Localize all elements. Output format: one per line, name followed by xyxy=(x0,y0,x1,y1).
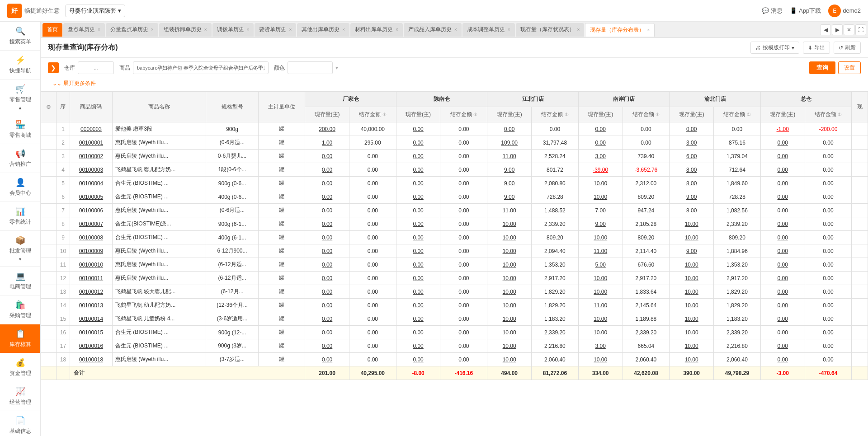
app-download-btn[interactable]: 📱 App下载 xyxy=(790,7,821,15)
tabs-close-btn[interactable]: ✕ xyxy=(844,24,854,35)
row-extra xyxy=(852,177,868,190)
tab-order[interactable]: 要货单历史 × xyxy=(255,23,296,37)
sidebar-item-wholesale[interactable]: 📦 批发管理 ▾ xyxy=(0,231,40,267)
row-settings xyxy=(41,231,57,244)
tab-inventory-dist[interactable]: 现存量（库存分布表） × xyxy=(585,23,655,37)
sidebar-item-operations[interactable]: 📈 经营管理 xyxy=(0,382,40,411)
tab-stock-history-close[interactable]: × xyxy=(98,27,100,32)
tab-material-out[interactable]: 材料出库单历史 × xyxy=(350,23,403,37)
sidebar-item-member[interactable]: 👤 会员中心 xyxy=(0,173,40,202)
tab-transfer-close[interactable]: × xyxy=(247,27,250,32)
sidebar-item-ecom[interactable]: 💻 电商管理 xyxy=(0,267,40,295)
sidebar-item-quick[interactable]: ⚡ 快捷导航 xyxy=(0,51,40,80)
tab-inventory-status[interactable]: 现存量（库存状况表） × xyxy=(516,23,585,37)
table-row: 7 00100006 惠氏启陵 (Wyeth illu... (0-6月适...… xyxy=(41,204,868,217)
col-settings[interactable]: ⚙ xyxy=(41,92,57,122)
row-name: 飞鹤星飞帆 婴儿配方奶... xyxy=(112,163,206,177)
tab-part-stock-close[interactable]: × xyxy=(151,27,154,32)
tabs-prev-btn[interactable]: ◀ xyxy=(820,24,831,35)
expand-btn[interactable]: ❯ xyxy=(48,62,59,73)
query-btn[interactable]: 查询 xyxy=(809,61,835,74)
row-chennan-amt: 0.00 xyxy=(440,312,487,326)
tab-part-stock[interactable]: 分量盘点单历史 × xyxy=(106,23,158,37)
sidebar-item-inventory[interactable]: 📋 库存核算 xyxy=(0,324,40,353)
goods-field: 商品 xyxy=(119,61,269,74)
sidebar-item-stats[interactable]: 📊 零售统计 xyxy=(0,202,40,231)
row-name: 飞鹤星飞帆 较大婴儿配... xyxy=(112,285,206,299)
tab-stock-history[interactable]: 盘点单历史 × xyxy=(63,23,105,37)
refresh-icon: ↺ xyxy=(839,45,843,51)
row-chennan-amt: 0.00 xyxy=(440,217,487,231)
row-chennan-qty: 0.00 xyxy=(396,272,440,285)
row-nanan-qty: 0.00 xyxy=(578,136,623,150)
sidebar-item-finance[interactable]: 💰 资金管理 xyxy=(0,353,40,382)
tab-product-in-close[interactable]: × xyxy=(454,27,457,32)
color-dropdown-arrow[interactable]: ▾ xyxy=(335,65,338,71)
refresh-btn[interactable]: ↺ 刷新 xyxy=(834,42,861,54)
row-total-qty: 0.00 xyxy=(760,177,805,190)
row-unit: 罐 xyxy=(258,150,305,163)
tab-other-out[interactable]: 其他出库单历史 × xyxy=(297,23,349,37)
summary-nanan-amt: 42,620.08 xyxy=(623,366,670,380)
print-btn[interactable]: 🖨 按模版打印 ▾ xyxy=(750,42,799,54)
sidebar-item-purchase[interactable]: 🛍️ 采购管理 xyxy=(0,295,40,324)
row-total-amt: 0.00 xyxy=(805,353,852,366)
tab-material-out-close[interactable]: × xyxy=(396,27,398,32)
summary-settings xyxy=(41,366,57,380)
tab-home[interactable]: 首页 xyxy=(42,23,62,37)
row-spec: (0-6月适... xyxy=(206,204,259,217)
tab-cost-adjust-close[interactable]: × xyxy=(508,27,510,32)
col-jiangbei-amt: 结存金额 ① xyxy=(531,107,578,122)
tab-product-in[interactable]: 产成品入库单历史 × xyxy=(404,23,462,37)
tab-inventory-dist-close[interactable]: × xyxy=(647,28,650,33)
tab-inventory-dist-label: 现存量（库存分布表） xyxy=(590,26,644,34)
sidebar-item-retail-store[interactable]: 🏪 零售商城 xyxy=(0,115,40,144)
row-chennan-qty: 0.00 xyxy=(396,258,440,272)
message-btn[interactable]: 💬 消息 xyxy=(762,7,783,15)
sidebar-label-search: 搜索英单 xyxy=(9,38,31,46)
sidebar-item-search[interactable]: 🔍 搜索英单 xyxy=(0,22,40,51)
row-factory-qty: 0.00 xyxy=(305,163,349,177)
tab-transfer[interactable]: 调拨单历史 × xyxy=(212,23,254,37)
row-jiangbei-qty: 10.00 xyxy=(487,217,532,231)
row-no: 15 xyxy=(56,312,70,326)
row-factory-amt: 0.00 xyxy=(349,163,396,177)
row-yubei-qty: 8.00 xyxy=(670,177,714,190)
row-settings xyxy=(41,326,57,339)
row-settings xyxy=(41,136,57,150)
tabs-next-btn[interactable]: ▶ xyxy=(832,24,843,35)
tab-assemble[interactable]: 组装拆卸单历史 × xyxy=(159,23,212,37)
row-total-qty: 0.00 xyxy=(760,353,805,366)
tab-cost-adjust[interactable]: 成本调整单历史 × xyxy=(462,23,515,37)
row-factory-amt: 0.00 xyxy=(349,326,396,339)
row-settings xyxy=(41,177,57,190)
row-unit: 罐 xyxy=(258,258,305,272)
sidebar-item-retail[interactable]: 🛒 零售管理 ▲ xyxy=(0,80,40,115)
row-nanan-qty: 9.00 xyxy=(578,217,623,231)
row-nanan-amt: 0.00 xyxy=(623,136,670,150)
goods-input[interactable] xyxy=(133,61,269,74)
export-btn[interactable]: ⬇ 导出 xyxy=(803,42,830,54)
sidebar-item-basic[interactable]: 📄 基础信息 xyxy=(0,411,40,436)
tab-order-close[interactable]: × xyxy=(289,27,292,32)
tab-other-out-close[interactable]: × xyxy=(342,27,345,32)
row-factory-amt: 0.00 xyxy=(349,217,396,231)
expand-conditions-btn[interactable]: ⌄⌄ 展开更多条件 xyxy=(52,80,96,87)
tab-assemble-close[interactable]: × xyxy=(204,27,207,32)
row-spec: 900g (6-1... xyxy=(206,217,259,231)
tab-inventory-status-close[interactable]: × xyxy=(577,27,580,32)
row-total-qty: 0.00 xyxy=(760,204,805,217)
user-area[interactable]: E demo2 xyxy=(828,5,861,17)
row-factory-qty: 0.00 xyxy=(305,339,349,353)
sidebar-item-marketing[interactable]: 📢 营销推广 xyxy=(0,144,40,173)
tabs-expand-btn[interactable]: ⛶ xyxy=(855,24,866,35)
color-input[interactable] xyxy=(288,61,333,74)
table-row: 13 00100012 飞鹤星飞帆 较大婴儿配... (6-12月... 罐 0… xyxy=(41,285,868,299)
print-arrow: ▾ xyxy=(792,45,794,51)
warehouse-input[interactable]: ... xyxy=(78,61,114,74)
nav-selector[interactable]: 母婴行业演示陈套 ▾ xyxy=(65,5,125,17)
row-code: 00100005 xyxy=(70,190,112,204)
row-no: 9 xyxy=(56,231,70,244)
row-unit: 罐 xyxy=(258,217,305,231)
setting-btn[interactable]: 设置 xyxy=(838,61,861,74)
